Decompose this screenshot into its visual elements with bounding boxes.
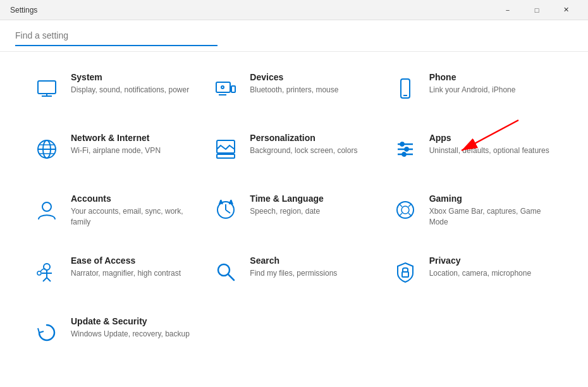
settings-item-desc: Display, sound, notifications, power xyxy=(71,85,189,95)
minimize-button[interactable]: − xyxy=(493,0,522,20)
settings-item-desc: Uninstall, defaults, optional features xyxy=(429,145,549,156)
settings-item-gaming[interactable]: Gaming Xbox Game Bar, captures, Game Mod… xyxy=(384,180,563,242)
svg-rect-0 xyxy=(38,81,56,94)
system-icon xyxy=(30,72,63,105)
settings-item-name: Search xyxy=(250,255,337,266)
gaming-icon xyxy=(389,194,422,226)
window-title: Settings xyxy=(10,6,37,15)
ease-icon xyxy=(30,255,63,288)
close-button[interactable]: ✕ xyxy=(551,0,580,20)
settings-item-desc: Windows Update, recovery, backup xyxy=(71,329,190,340)
settings-item-system[interactable]: System Display, sound, notifications, po… xyxy=(25,58,204,119)
svg-rect-4 xyxy=(231,86,235,92)
settings-main: System Display, sound, notifications, po… xyxy=(0,52,588,387)
svg-rect-34 xyxy=(402,272,408,277)
searchbar-area xyxy=(0,20,588,52)
svg-point-21 xyxy=(402,152,406,156)
settings-item-apps[interactable]: Apps Uninstall, defaults, optional featu… xyxy=(384,119,563,180)
settings-item-name: Update & Security xyxy=(71,316,190,326)
settings-item-name: Devices xyxy=(250,72,338,82)
settings-item-time[interactable]: AA Time & Language Speech, region, date xyxy=(204,180,383,242)
settings-item-name: Ease of Access xyxy=(71,255,181,266)
svg-rect-15 xyxy=(217,154,235,158)
settings-item-name: Privacy xyxy=(429,255,531,266)
settings-item-desc: Link your Android, iPhone xyxy=(429,85,516,95)
settings-item-personalization[interactable]: Personalization Background, lock screen,… xyxy=(204,119,383,180)
accounts-icon xyxy=(30,194,63,226)
search-icon xyxy=(209,255,242,288)
phone-icon xyxy=(389,72,422,105)
svg-point-20 xyxy=(405,147,408,151)
personalization-icon xyxy=(209,133,242,166)
svg-line-33 xyxy=(228,274,234,280)
settings-item-name: Network & Internet xyxy=(71,133,161,143)
svg-point-29 xyxy=(401,206,409,214)
titlebar: Settings − □ ✕ xyxy=(0,0,588,20)
time-icon: AA xyxy=(209,194,242,226)
settings-grid: System Display, sound, notifications, po… xyxy=(25,58,563,363)
settings-item-name: Time & Language xyxy=(250,194,323,204)
settings-item-network[interactable]: Network & Internet Wi-Fi, airplane mode,… xyxy=(25,119,204,180)
settings-item-privacy[interactable]: Privacy Location, camera, microphone xyxy=(384,242,563,302)
svg-text:A: A xyxy=(230,200,233,204)
svg-point-19 xyxy=(400,142,404,146)
settings-item-accounts[interactable]: Accounts Your accounts, email, sync, wor… xyxy=(25,180,204,242)
svg-point-22 xyxy=(42,202,51,211)
svg-point-6 xyxy=(221,86,224,89)
settings-item-desc: Background, lock screen, colors xyxy=(250,145,357,156)
svg-line-25 xyxy=(226,210,230,213)
settings-item-devices[interactable]: Devices Bluetooth, printers, mouse xyxy=(204,58,383,119)
settings-item-ease[interactable]: Ease of Access Narrator, magnifier, high… xyxy=(25,242,204,302)
settings-item-search[interactable]: Search Find my files, permissions xyxy=(204,242,383,302)
settings-item-name: Personalization xyxy=(250,133,357,143)
settings-item-name: System xyxy=(71,72,189,82)
apps-icon xyxy=(389,133,422,166)
devices-icon xyxy=(209,72,242,105)
privacy-icon xyxy=(389,255,422,288)
settings-item-desc: Find my files, permissions xyxy=(250,268,337,279)
settings-item-desc: Wi-Fi, airplane mode, VPN xyxy=(71,145,161,156)
settings-item-name: Apps xyxy=(429,133,549,143)
settings-item-update[interactable]: Update & Security Windows Update, recove… xyxy=(25,302,204,363)
svg-text:A: A xyxy=(219,200,223,204)
window-controls: − □ ✕ xyxy=(493,0,580,20)
settings-item-desc: Narrator, magnifier, high contrast xyxy=(71,268,181,279)
settings-item-phone[interactable]: Phone Link your Android, iPhone xyxy=(384,58,563,119)
settings-item-name: Phone xyxy=(429,72,516,82)
settings-item-name: Gaming xyxy=(429,194,553,204)
settings-item-desc: Xbox Game Bar, captures, Game Mode xyxy=(429,206,553,228)
search-input[interactable] xyxy=(15,26,217,46)
settings-item-desc: Your accounts, email, sync, work, family xyxy=(71,206,194,228)
settings-item-name: Accounts xyxy=(71,194,194,204)
settings-item-desc: Speech, region, date xyxy=(250,206,323,217)
settings-item-desc: Location, camera, microphone xyxy=(429,268,531,279)
settings-item-desc: Bluetooth, printers, mouse xyxy=(250,85,338,95)
network-icon xyxy=(30,133,63,166)
maximize-button[interactable]: □ xyxy=(522,0,551,20)
update-icon xyxy=(30,316,63,349)
